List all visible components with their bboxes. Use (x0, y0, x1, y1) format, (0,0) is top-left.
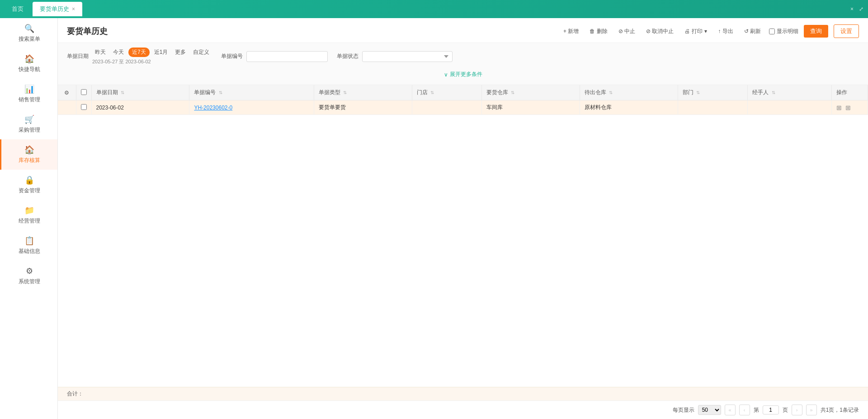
sidebar-item-operations-mgmt-label: 经营管理 (19, 217, 40, 225)
col-actions: 操作 (832, 85, 868, 100)
expand-more-btn[interactable]: ∨ 展开更多条件 (67, 69, 859, 80)
doc-number-filter: 单据编号 (221, 51, 328, 62)
sort-doc-type-icon: ⇅ (343, 90, 347, 95)
delete-button[interactable]: 🗑 删除 (587, 26, 610, 37)
filter-area: 单据日期 昨天 今天 近7天 近1月 更多 自定义 2023-05-27 至 2… (58, 43, 868, 85)
sidebar-item-quick-nav[interactable]: 🏠 快捷导航 (0, 48, 57, 79)
date-filter: 单据日期 昨天 今天 近7天 近1月 更多 自定义 2023-05-27 至 2… (67, 48, 212, 65)
system-mgmt-icon: ⚙ (26, 266, 33, 276)
table-container: ⚙ 单据日期 ⇅ 单据编号 ⇅ (58, 85, 868, 387)
row-checkbox-cell (76, 100, 91, 115)
tab-requisition-history[interactable]: 要货单历史 × (33, 2, 82, 16)
row-pending-warehouse: 原材料仓库 (580, 100, 678, 115)
sort-doc-number-icon: ⇅ (219, 90, 222, 95)
window-resize-btn[interactable]: ⤢ (859, 6, 863, 12)
date-btn-more[interactable]: 更多 (172, 48, 189, 57)
purchase-mgmt-icon: 🛒 (24, 114, 34, 124)
col-checkbox (76, 85, 91, 100)
display-detail-input[interactable] (769, 29, 775, 34)
edit-action-icon[interactable]: ⊞ (836, 104, 842, 111)
sales-mgmt-icon: 📊 (24, 84, 34, 94)
refresh-button[interactable]: ↺ 刷新 (741, 26, 764, 37)
row-checkbox[interactable] (81, 104, 87, 110)
print-button[interactable]: 🖨 打印 ▾ (682, 26, 710, 37)
doc-status-label: 单据状态 (337, 52, 359, 60)
date-btn-7days[interactable]: 近7天 (128, 48, 150, 57)
basic-info-icon: 📋 (24, 236, 34, 246)
sort-req-warehouse-icon: ⇅ (511, 90, 514, 95)
sidebar-item-purchase-mgmt[interactable]: 🛒 采购管理 (0, 109, 57, 139)
sidebar-item-inventory[interactable]: 🏠 库存核算 (0, 139, 57, 170)
settings-icon: ⚙ (64, 90, 69, 96)
expand-more-label: 展开更多条件 (450, 71, 482, 78)
sidebar-item-sales-mgmt[interactable]: 📊 销售管理 (0, 79, 57, 109)
print-dropdown-icon: ▾ (704, 28, 707, 34)
first-page-btn[interactable]: « (725, 405, 736, 415)
sidebar-item-finance-mgmt[interactable]: 🔒 资金管理 (0, 170, 57, 200)
doc-status-select[interactable] (362, 51, 453, 62)
sidebar-item-system-mgmt[interactable]: ⚙ 系统管理 (0, 261, 57, 291)
col-req-warehouse[interactable]: 要货仓库 ⇅ (481, 85, 580, 100)
filter-row: 单据日期 昨天 今天 近7天 近1月 更多 自定义 2023-05-27 至 2… (67, 48, 859, 65)
next-page-btn[interactable]: › (792, 405, 802, 415)
export-button[interactable]: ↑ 导出 (715, 26, 736, 37)
window-close-btn[interactable]: × (850, 6, 854, 12)
cancel-stop-button[interactable]: ⊘ 取消中止 (643, 26, 676, 37)
stop-button[interactable]: ⊘ 中止 (616, 26, 638, 37)
tab-close-icon[interactable]: × (72, 6, 75, 12)
row-department (678, 100, 747, 115)
per-page-select[interactable]: 50 10 20 100 (698, 405, 721, 415)
sidebar-item-search-menu-label: 搜索菜单 (19, 35, 40, 43)
col-handler[interactable]: 经手人 ⇅ (748, 85, 832, 100)
col-doc-type[interactable]: 单据类型 ⇅ (314, 85, 412, 100)
tab-requisition-history-label: 要货单历史 (40, 5, 69, 13)
doc-status-filter: 单据状态 (337, 51, 453, 62)
page-input[interactable] (763, 405, 779, 414)
display-detail-checkbox[interactable]: 显示明细 (769, 28, 798, 35)
row-doc-number[interactable]: YH-20230602-0 (189, 100, 314, 115)
select-all-checkbox[interactable] (81, 89, 87, 95)
col-pending-warehouse[interactable]: 待出仓库 ⇅ (580, 85, 678, 100)
sidebar-item-sales-mgmt-label: 销售管理 (19, 96, 40, 104)
tab-home[interactable]: 首页 (5, 2, 31, 16)
more-action-icon[interactable]: ⊞ (845, 104, 851, 111)
col-req-warehouse-label: 要货仓库 (486, 89, 508, 95)
search-menu-icon: 🔍 (24, 24, 34, 33)
date-btn-today[interactable]: 今天 (110, 48, 127, 57)
page-header: 要货单历史 + 新增 🗑 删除 ⊘ 中止 ⊘ 取消中止 🖨 打印 ▾ ↑ 导出 … (58, 18, 868, 43)
quick-nav-icon: 🏠 (24, 54, 34, 64)
date-range-text: 2023-05-27 至 2023-06-02 (92, 58, 212, 65)
row-store (412, 100, 481, 115)
sidebar-item-search-menu[interactable]: 🔍 搜索菜单 (0, 18, 57, 48)
settings-button[interactable]: 设置 (834, 24, 859, 38)
col-store[interactable]: 门店 ⇅ (412, 85, 481, 100)
col-doc-date[interactable]: 单据日期 ⇅ (91, 85, 189, 100)
sort-doc-date-icon: ⇅ (121, 90, 124, 95)
main-layout: 🔍 搜索菜单 🏠 快捷导航 📊 销售管理 🛒 采购管理 🏠 库存核算 🔒 资金管… (0, 18, 868, 419)
col-department[interactable]: 部门 ⇅ (678, 85, 747, 100)
row-settings (58, 100, 76, 115)
sidebar-item-finance-mgmt-label: 资金管理 (19, 187, 40, 195)
date-btn-yesterday[interactable]: 昨天 (92, 48, 108, 57)
pagination-bar: 每页显示 50 10 20 100 « ‹ 第 页 › » 共1页，1条记录 (58, 400, 868, 419)
sidebar-item-operations-mgmt[interactable]: 📁 经营管理 (0, 200, 57, 230)
last-page-btn[interactable]: » (806, 405, 817, 415)
new-button[interactable]: + 新增 (561, 26, 581, 37)
col-pending-warehouse-label: 待出仓库 (585, 89, 606, 95)
query-button[interactable]: 查询 (804, 25, 828, 38)
doc-number-input[interactable] (246, 51, 328, 62)
table-footer: 合计： (58, 387, 868, 400)
date-btn-1month[interactable]: 近1月 (151, 48, 171, 57)
print-icon: 🖨 (684, 28, 690, 34)
sidebar-item-basic-info[interactable]: 📋 基础信息 (0, 230, 57, 261)
col-doc-type-label: 单据类型 (319, 89, 340, 95)
date-btn-custom[interactable]: 自定义 (190, 48, 212, 57)
tab-list: 首页 要货单历史 × (5, 2, 850, 16)
expand-down-icon: ∨ (444, 71, 448, 78)
sort-store-icon: ⇅ (430, 90, 434, 95)
doc-number-link[interactable]: YH-20230602-0 (194, 105, 232, 111)
prev-page-btn[interactable]: ‹ (739, 405, 750, 415)
col-doc-date-label: 单据日期 (96, 89, 118, 95)
col-settings[interactable]: ⚙ (58, 85, 76, 100)
col-doc-number[interactable]: 单据编号 ⇅ (189, 85, 314, 100)
